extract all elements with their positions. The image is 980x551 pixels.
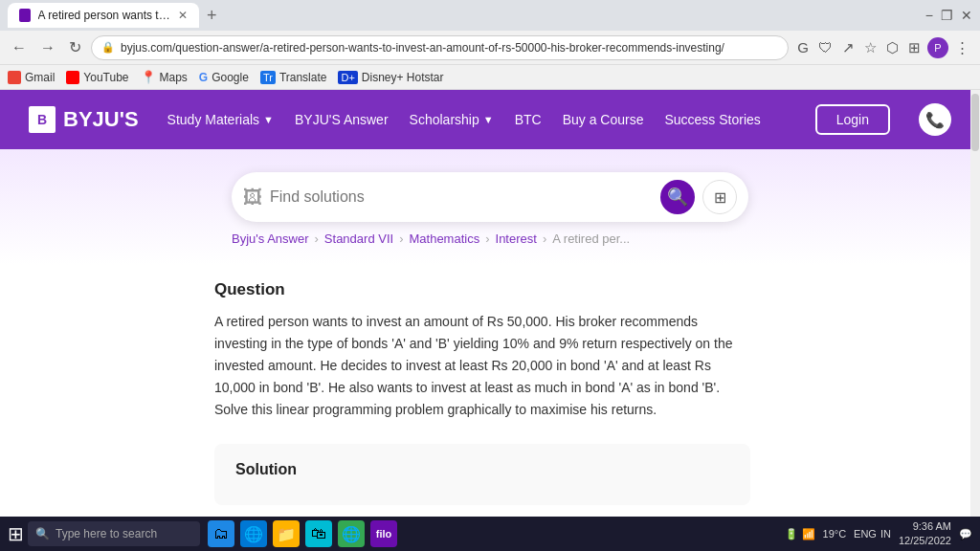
scrollbar[interactable] [970, 90, 980, 549]
lock-icon: 🔒 [101, 41, 115, 54]
bookmark-translate[interactable]: Tr Translate [260, 71, 327, 84]
maps-pin-icon: 📍 [141, 70, 156, 84]
nav-btc[interactable]: BTC [515, 112, 542, 127]
breadcrumb-item-standard-vii[interactable]: Standard VII [324, 231, 393, 246]
filter-icon-button[interactable]: ⊞ [702, 180, 737, 214]
bookmark-google[interactable]: G Google [199, 71, 249, 84]
bookmarks-bar: Gmail YouTube 📍 Maps G Google Tr Transla… [0, 65, 980, 90]
breadcrumb-separator-4: › [543, 231, 546, 246]
bookmark-google-label: Google [212, 71, 249, 84]
bookmark-star-icon[interactable]: ☆ [861, 36, 880, 59]
back-button[interactable]: ← [8, 35, 31, 60]
breadcrumb-separator-3: › [485, 231, 489, 246]
taskbar-search[interactable]: 🔍 Type here to search [28, 521, 200, 546]
bookmark-translate-label: Translate [279, 71, 327, 84]
google-account-icon[interactable]: G [794, 36, 812, 58]
nav-scholarship[interactable]: Scholarship ▼ [410, 112, 494, 127]
address-bar[interactable]: 🔒 byjus.com/question-answer/a-retired-pe… [91, 35, 789, 60]
login-button[interactable]: Login [815, 104, 890, 135]
bookmark-youtube[interactable]: YouTube [66, 71, 128, 84]
windows-taskbar: ⊞ 🔍 Type here to search 🗂 🌐 📁 🛍 🌐 filo 🔋… [0, 517, 980, 551]
menu-icon[interactable]: ⋮ [952, 36, 972, 59]
forward-button[interactable]: → [36, 35, 59, 60]
bookmark-maps[interactable]: 📍 Maps [141, 70, 188, 84]
temperature-display: 19°C [823, 528, 847, 540]
breadcrumb-separator-2: › [399, 231, 403, 246]
solution-title: Solution [235, 461, 729, 478]
extension2-icon[interactable]: ⬡ [883, 36, 902, 59]
youtube-icon [66, 71, 79, 84]
search-button[interactable]: 🔍 [660, 180, 695, 214]
phone-icon[interactable]: 📞 [919, 103, 951, 136]
profile-icon[interactable]: P [927, 37, 948, 58]
nav-study-materials[interactable]: Study Materials ▼ [167, 112, 274, 127]
minimize-button[interactable]: − [925, 8, 933, 23]
gmail-icon [8, 71, 21, 84]
tab-favicon [19, 9, 31, 22]
country-label: IN [880, 528, 891, 540]
filter-icon: ⊞ [714, 188, 726, 207]
nav-study-materials-label: Study Materials [167, 112, 259, 127]
scrollbar-thumb[interactable] [971, 94, 979, 151]
search-container: 🖼 🔍 ⊞ [232, 172, 748, 222]
image-search-icon[interactable]: 🖼 [243, 187, 262, 209]
disney-icon: D+ [338, 71, 357, 84]
breadcrumb-separator-1: › [315, 231, 319, 246]
taskbar-system-icons: 🔋 📶 [785, 528, 815, 540]
nav-byjus-answer[interactable]: BYJU'S Answer [295, 112, 389, 127]
browser-tab[interactable]: A retired person wants to invest ✕ [8, 3, 199, 28]
nav-buy-course-label: Buy a Course [563, 112, 644, 127]
new-tab-button[interactable]: + [207, 6, 217, 26]
search-input[interactable] [270, 188, 653, 206]
taskbar-app-1[interactable]: 🗂 [208, 520, 234, 547]
date-display: 12/25/2022 [899, 534, 951, 548]
tab-close-icon[interactable]: ✕ [178, 9, 188, 22]
magnifier-icon: 🔍 [667, 187, 688, 208]
nav-scholarship-label: Scholarship [410, 112, 479, 127]
breadcrumb-item-mathematics[interactable]: Mathematics [409, 231, 479, 246]
logo-icon: B [29, 106, 56, 133]
nav-links: Study Materials ▼ BYJU'S Answer Scholars… [167, 112, 787, 127]
google-g-icon: G [199, 71, 208, 84]
tab-grid-icon[interactable]: ⊞ [905, 36, 924, 59]
nav-buy-course[interactable]: Buy a Course [563, 112, 644, 127]
nav-btc-label: BTC [515, 112, 542, 127]
taskbar-app-files[interactable]: 📁 [273, 520, 300, 547]
taskbar-time[interactable]: 9:36 AM 12/25/2022 [899, 519, 951, 549]
taskbar-app-edge[interactable]: 🌐 [240, 520, 267, 547]
breadcrumb-item-byjus-answer[interactable]: Byju's Answer [232, 231, 309, 246]
bookmark-gmail-label: Gmail [25, 71, 55, 84]
navbar: B BYJU'S Study Materials ▼ BYJU'S Answer… [0, 90, 980, 149]
question-title: Question [214, 280, 766, 299]
notification-icon[interactable]: 💬 [959, 528, 972, 540]
nav-success-stories-label: Success Stories [664, 112, 760, 127]
taskbar-search-label: Type here to search [56, 527, 157, 540]
close-button[interactable]: ✕ [961, 8, 972, 23]
browser-chrome: A retired person wants to invest ✕ + − ❐… [0, 0, 980, 90]
bookmark-disney[interactable]: D+ Disney+ Hotstar [338, 71, 443, 84]
main-content: Question A retired person wants to inves… [0, 265, 980, 520]
bookmark-gmail[interactable]: Gmail [8, 71, 55, 84]
nav-byjus-answer-label: BYJU'S Answer [295, 112, 389, 127]
share-icon[interactable]: ↗ [839, 36, 858, 59]
nav-success-stories[interactable]: Success Stories [664, 112, 760, 127]
taskbar-app-chrome[interactable]: 🌐 [338, 520, 365, 547]
taskbar-app-store[interactable]: 🛍 [305, 520, 332, 547]
breadcrumb-item-interest[interactable]: Interest [496, 231, 537, 246]
bookmark-disney-label: Disney+ Hotstar [362, 71, 444, 84]
question-body: A retired person wants to invest an amou… [214, 311, 750, 421]
start-button[interactable]: ⊞ [8, 522, 24, 545]
browser-titlebar: A retired person wants to invest ✕ + − ❐… [0, 0, 980, 31]
logo-text: BYJU'S [63, 107, 139, 132]
extension-icon[interactable]: 🛡 [815, 36, 835, 58]
taskbar-app-filo[interactable]: filo [370, 520, 397, 547]
logo-letter: B [37, 112, 47, 127]
time-display: 9:36 AM [899, 519, 951, 534]
wifi-icon: 📶 [802, 528, 815, 540]
byjus-logo[interactable]: B BYJU'S [29, 106, 139, 133]
restore-button[interactable]: ❐ [941, 8, 953, 23]
taskbar-search-icon: 🔍 [35, 527, 50, 540]
taskbar-pinned-apps: 🗂 🌐 📁 🛍 🌐 filo [208, 520, 397, 547]
taskbar-lang: ENG IN [854, 528, 891, 540]
refresh-button[interactable]: ↻ [65, 34, 85, 60]
